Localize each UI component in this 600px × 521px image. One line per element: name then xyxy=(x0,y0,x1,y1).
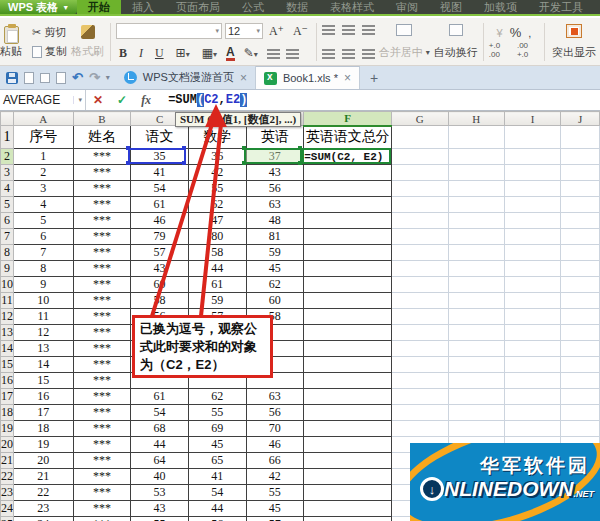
formula-cell[interactable] xyxy=(304,277,392,293)
table-cell[interactable]: *** xyxy=(73,181,131,197)
selection-handle[interactable] xyxy=(126,161,130,165)
table-cell[interactable]: *** xyxy=(73,357,131,373)
formula-cell[interactable] xyxy=(304,341,392,357)
empty-cell[interactable] xyxy=(448,341,504,357)
empty-cell[interactable] xyxy=(392,165,448,181)
table-cell[interactable]: 7 xyxy=(14,245,74,261)
empty-cell[interactable] xyxy=(392,229,448,245)
empty-cell[interactable] xyxy=(561,197,600,213)
empty-cell[interactable] xyxy=(561,309,600,325)
table-cell[interactable]: 45 xyxy=(188,437,246,453)
empty-cell[interactable] xyxy=(392,149,448,165)
save-icon[interactable] xyxy=(6,72,18,84)
table-cell[interactable]: 56 xyxy=(246,181,304,197)
comma-style-button[interactable]: , xyxy=(528,27,531,39)
table-cell[interactable]: *** xyxy=(73,389,131,405)
formula-cell[interactable] xyxy=(304,485,392,501)
empty-cell[interactable] xyxy=(392,389,448,405)
table-cell[interactable]: 62 xyxy=(188,389,246,405)
new-tab-button[interactable]: + xyxy=(360,66,388,89)
table-cell[interactable]: 54 xyxy=(131,405,189,421)
table-cell[interactable]: *** xyxy=(73,293,131,309)
menu-tab[interactable]: 加载项 xyxy=(473,0,528,14)
table-cell[interactable]: 13 xyxy=(14,341,74,357)
empty-cell[interactable] xyxy=(392,181,448,197)
table-cell[interactable]: 58 xyxy=(188,245,246,261)
underline-button[interactable]: U xyxy=(152,46,167,61)
table-cell[interactable]: 61 xyxy=(131,389,189,405)
empty-cell[interactable] xyxy=(504,126,560,149)
empty-cell[interactable] xyxy=(561,149,600,165)
table-cell[interactable]: 36 xyxy=(188,149,246,165)
empty-cell[interactable] xyxy=(392,213,448,229)
empty-cell[interactable] xyxy=(561,373,600,389)
column-header-G[interactable]: G xyxy=(392,112,448,126)
formula-cell[interactable] xyxy=(304,517,392,521)
table-cell[interactable]: 56 xyxy=(188,517,246,521)
empty-cell[interactable] xyxy=(561,165,600,181)
table-cell[interactable]: 60 xyxy=(131,277,189,293)
table-cell[interactable]: 8 xyxy=(14,261,74,277)
formula-cell[interactable] xyxy=(304,165,392,181)
percent-button[interactable]: % xyxy=(510,25,522,40)
empty-cell[interactable] xyxy=(561,325,600,341)
formula-cell[interactable] xyxy=(304,373,392,389)
row-header[interactable]: 4 xyxy=(1,181,14,197)
empty-cell[interactable] xyxy=(504,325,560,341)
formula-cell[interactable] xyxy=(304,501,392,517)
formula-cell[interactable] xyxy=(304,245,392,261)
row-header[interactable]: 17 xyxy=(1,389,14,405)
table-cell[interactable]: 22 xyxy=(14,485,74,501)
print-icon[interactable] xyxy=(40,73,50,83)
row-header[interactable]: 12 xyxy=(1,309,14,325)
empty-cell[interactable] xyxy=(504,389,560,405)
formula-cell[interactable] xyxy=(304,309,392,325)
currency-button[interactable]: ¥ xyxy=(497,27,503,39)
empty-cell[interactable] xyxy=(504,373,560,389)
column-header-A[interactable]: A xyxy=(14,112,74,126)
table-cell[interactable]: 59 xyxy=(246,245,304,261)
empty-cell[interactable] xyxy=(504,213,560,229)
copy-button[interactable]: 复制 xyxy=(32,44,67,59)
empty-cell[interactable] xyxy=(504,293,560,309)
row-header[interactable]: 3 xyxy=(1,165,14,181)
empty-cell[interactable] xyxy=(448,277,504,293)
align-middle-icon[interactable] xyxy=(342,25,355,35)
selection-handle[interactable] xyxy=(298,161,302,165)
empty-cell[interactable] xyxy=(392,261,448,277)
table-cell[interactable]: *** xyxy=(73,277,131,293)
cancel-button[interactable]: ✕ xyxy=(86,90,110,110)
table-cell[interactable]: 81 xyxy=(246,229,304,245)
header-cell[interactable]: 姓名 xyxy=(73,126,131,149)
align-center-icon[interactable] xyxy=(342,49,355,59)
empty-cell[interactable] xyxy=(392,277,448,293)
menu-tab[interactable]: 表格样式 xyxy=(319,0,385,14)
table-cell[interactable]: 14 xyxy=(14,357,74,373)
formula-cell[interactable] xyxy=(304,181,392,197)
selection-handle[interactable] xyxy=(298,146,302,150)
table-cell[interactable]: 55 xyxy=(188,181,246,197)
table-cell[interactable]: 3 xyxy=(14,181,74,197)
formula-cell[interactable] xyxy=(304,261,392,277)
format-painter-button[interactable]: 格式刷 xyxy=(71,44,104,59)
increase-indent-icon[interactable] xyxy=(286,49,299,59)
formula-cell[interactable] xyxy=(304,469,392,485)
empty-cell[interactable] xyxy=(504,405,560,421)
column-header-J[interactable]: J xyxy=(561,112,600,126)
table-cell[interactable]: 56 xyxy=(246,405,304,421)
empty-cell[interactable] xyxy=(561,126,600,149)
table-cell[interactable]: 80 xyxy=(188,229,246,245)
table-cell[interactable]: 63 xyxy=(246,389,304,405)
table-cell[interactable]: *** xyxy=(73,341,131,357)
print-preview-icon[interactable] xyxy=(56,72,66,84)
decrease-indent-icon[interactable] xyxy=(267,49,280,59)
row-header[interactable]: 14 xyxy=(1,341,14,357)
row-header[interactable]: 10 xyxy=(1,277,14,293)
row-header[interactable]: 19 xyxy=(1,421,14,437)
empty-cell[interactable] xyxy=(392,309,448,325)
empty-cell[interactable] xyxy=(448,197,504,213)
table-cell[interactable]: 62 xyxy=(246,277,304,293)
table-cell[interactable]: 15 xyxy=(14,373,74,389)
redo-icon[interactable]: ↷ xyxy=(89,71,100,84)
empty-cell[interactable] xyxy=(561,213,600,229)
